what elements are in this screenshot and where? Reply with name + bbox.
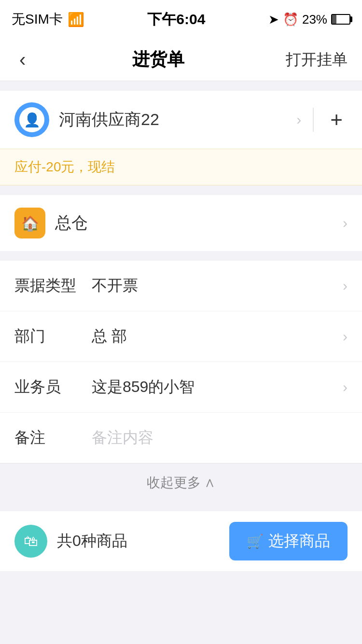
location-icon: ➤ [268,12,279,27]
select-product-button[interactable]: 🛒 选择商品 [229,522,348,560]
status-bar: 无SIM卡 📶 下午6:04 ➤ ⏰ 23% [0,0,362,39]
section-gap-3 [0,251,362,261]
carrier-text: 无SIM卡 [12,10,63,28]
remark-input[interactable]: 备注内容 [92,427,348,448]
warehouse-card[interactable]: 🏠 总仓 › [0,195,362,251]
invoice-chevron-icon: › [343,278,348,294]
supplier-divider [313,108,314,132]
supplier-name: 河南供应商22 [59,109,296,131]
department-label: 部门 [14,326,82,347]
select-btn-label: 选择商品 [268,531,330,552]
product-icon-wrap: 🛍 [14,525,47,558]
person-icon: 👤 [24,112,41,128]
nav-bar: ‹ 进货单 打开挂单 [0,39,362,81]
salesman-row[interactable]: 业务员 这是859的小智 › [0,362,362,413]
page-title: 进货单 [132,48,184,71]
warehouse-name: 总仓 [55,212,343,234]
remark-row[interactable]: 备注 备注内容 [0,413,362,463]
main-background [0,571,362,644]
salesman-chevron-icon: › [343,379,348,395]
invoice-label: 票据类型 [14,275,82,296]
battery-text: 23% [302,12,327,27]
collapse-row[interactable]: 收起更多 ∧ [0,463,362,502]
shopping-icon: 🛍 [24,533,38,549]
salesman-value: 这是859的小智 [92,377,343,398]
department-chevron-icon: › [343,328,348,345]
back-button[interactable]: ‹ [14,44,30,75]
select-icon: 🛒 [247,533,264,549]
alarm-icon: ⏰ [283,12,298,27]
wifi-icon: 📶 [68,12,84,28]
product-row: 🛍 共0种商品 🛒 选择商品 [0,511,362,571]
invoice-value: 不开票 [92,275,343,296]
product-count: 共0种商品 [57,531,229,552]
time-text: 下午6:04 [147,10,205,29]
status-right: ➤ ⏰ 23% [268,12,350,27]
department-row[interactable]: 部门 总 部 › [0,311,362,362]
status-left: 无SIM卡 📶 [12,10,84,28]
supplier-card: 👤 河南供应商22 › + 应付-20元，现结 [0,91,362,185]
remark-label: 备注 [14,427,82,448]
info-banner: 应付-20元，现结 [0,149,362,185]
warehouse-row[interactable]: 🏠 总仓 › [0,195,362,251]
department-value: 总 部 [92,326,343,347]
collapse-text: 收起更多 ∧ [147,474,216,492]
warehouse-icon: 🏠 [14,208,45,238]
salesman-label: 业务员 [14,377,82,398]
battery-icon [331,14,350,25]
house-icon: 🏠 [21,215,39,232]
invoice-row[interactable]: 票据类型 不开票 › [0,261,362,311]
section-gap-1 [0,81,362,91]
supplier-avatar: 👤 [14,102,49,137]
supplier-chevron-icon: › [296,112,301,128]
add-button[interactable]: + [325,105,348,134]
form-card: 票据类型 不开票 › 部门 总 部 › 业务员 这是859的小智 › 备注 备注… [0,261,362,463]
warehouse-chevron-icon: › [343,215,348,231]
supplier-row[interactable]: 👤 河南供应商22 › + [0,91,362,149]
avatar-inner: 👤 [19,107,44,132]
section-gap-2 [0,185,362,195]
open-pending-button[interactable]: 打开挂单 [286,49,348,70]
